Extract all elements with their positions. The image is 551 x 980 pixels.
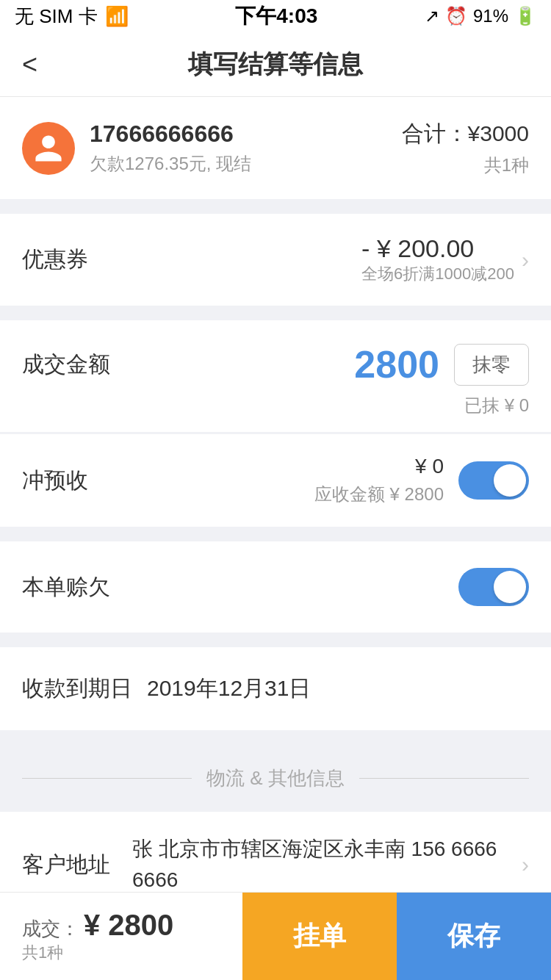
customer-sub: 欠款1276.35元, 现结 [90,152,251,176]
flush-row: 冲预收 ¥ 0 应收金额 ¥ 2800 [0,434,551,527]
round-button[interactable]: 抹零 [454,344,529,386]
transaction-amount: 2800 [354,342,439,386]
status-left: 无 SIM 卡 📶 [15,4,129,29]
header-line-left [22,778,192,779]
battery-icon: 🔋 [514,6,536,26]
due-date-label: 收款到期日 [22,674,132,704]
this-order-toggle[interactable] [458,568,529,606]
status-time: 下午4:03 [235,2,317,30]
coupon-label: 优惠券 [22,245,88,275]
status-right: ↗ ⏰ 91% 🔋 [425,6,536,26]
transaction-label: 成交金额 [22,350,110,380]
logistics-header: 物流 & 其他信息 [0,745,551,812]
flush-section: 冲预收 ¥ 0 应收金额 ¥ 2800 [0,433,551,527]
flush-toggle[interactable] [458,461,529,500]
flush-amount: ¥ 0 [415,455,444,478]
page-header: < 填写结算等信息 [0,32,551,97]
status-bar: 无 SIM 卡 📶 下午4:03 ↗ ⏰ 91% 🔋 [0,0,551,32]
page-title: 填写结算等信息 [188,48,363,82]
header-line-right [359,778,529,779]
bottom-total: 成交： ¥ 2800 共1种 [0,909,242,964]
total-count: 共1种 [402,154,529,177]
bottom-total-label: 成交： [22,916,79,942]
transaction-right: 2800 抹零 [354,342,529,386]
logistics-label: 物流 & 其他信息 [192,765,359,791]
save-button[interactable]: 保存 [397,893,551,981]
due-date-value: 2019年12月31日 [147,674,311,704]
customer-info: 17666666666 欠款1276.35元, 现结 [90,120,251,176]
customer-phone: 17666666666 [90,120,251,148]
address-chevron-icon: › [522,852,529,877]
location-icon: ↗ [425,6,439,26]
flush-right: ¥ 0 应收金额 ¥ 2800 [314,455,444,506]
alarm-icon: ⏰ [445,6,467,26]
coupon-discount: - ¥ 200.00 [361,234,514,263]
customer-row: 17666666666 欠款1276.35元, 现结 合计：¥3000 共1种 [22,119,529,177]
bottom-bar: 成交： ¥ 2800 共1种 挂单 保存 [0,892,551,980]
transaction-sub: 已抹 ¥ 0 [0,394,551,432]
coupon-chevron-icon: › [522,248,529,273]
coupon-detail: 全场6折满1000减200 [361,263,514,285]
due-date-section: 收款到期日 2019年12月31日 [0,647,551,730]
battery-label: 91% [473,6,508,26]
address-label: 客户地址 [22,850,110,880]
avatar-icon [32,132,65,165]
coupon-row[interactable]: 优惠券 - ¥ 200.00 全场6折满1000减200 › [0,214,551,306]
avatar [22,122,75,175]
customer-left: 17666666666 欠款1276.35元, 现结 [22,120,251,176]
customer-right: 合计：¥3000 共1种 [402,119,529,177]
transaction-row: 成交金额 2800 抹零 [0,320,551,394]
bottom-total-count: 共1种 [22,942,242,964]
hang-button[interactable]: 挂单 [242,893,397,981]
this-order-section: 本单赊欠 [0,541,551,633]
coupon-right: - ¥ 200.00 全场6折满1000减200 › [361,234,529,285]
flush-label: 冲预收 [22,466,88,496]
address-value: 张 北京市市辖区海淀区永丰南 156 6666 6666 [132,834,522,896]
total-amount: 合计：¥3000 [402,119,529,149]
this-order-label: 本单赊欠 [22,572,110,602]
back-button[interactable]: < [22,49,37,80]
carrier-label: 无 SIM 卡 [15,4,98,29]
wifi-icon: 📶 [105,5,129,28]
transaction-section: 成交金额 2800 抹零 已抹 ¥ 0 [0,320,551,432]
bottom-total-amount: ¥ 2800 [84,909,173,942]
coupon-section: 优惠券 - ¥ 200.00 全场6折满1000减200 › [0,214,551,306]
flush-receivable: 应收金额 ¥ 2800 [314,483,444,506]
customer-card: 17666666666 欠款1276.35元, 现结 合计：¥3000 共1种 [0,97,551,199]
